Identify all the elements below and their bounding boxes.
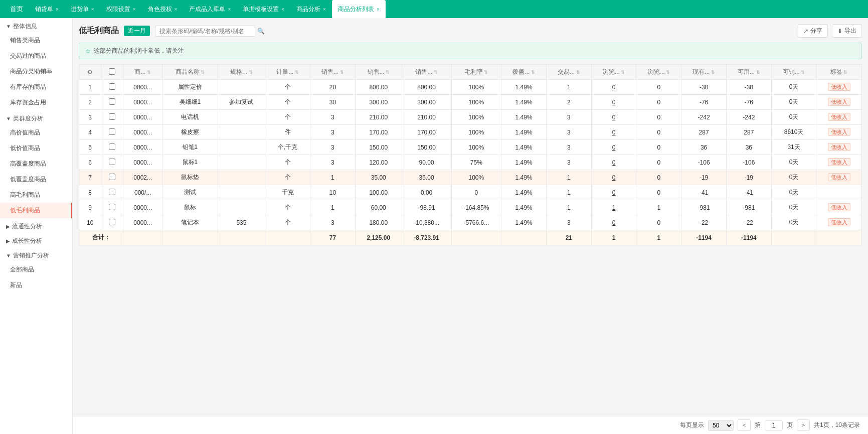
sidebar-item-stocked-products[interactable]: 有库存的商品 — [0, 79, 72, 95]
row-checkbox[interactable] — [109, 98, 115, 105]
page-number-input[interactable] — [765, 420, 783, 430]
th-sales-price[interactable]: 销售... — [355, 65, 402, 80]
th-checkbox[interactable] — [101, 65, 123, 80]
nav-product-stock[interactable]: 产成品入库单 × — [183, 0, 237, 18]
th-sales-profit[interactable]: 销售... — [402, 65, 451, 80]
per-page-label: 每页显示 — [680, 421, 704, 429]
cell-tag: 低收入 — [816, 140, 862, 155]
cell-browse1[interactable]: 0 — [591, 155, 636, 170]
th-transaction[interactable]: 交易... — [546, 65, 591, 80]
cell-checkbox[interactable] — [101, 80, 123, 95]
cell-checkbox[interactable] — [101, 155, 123, 170]
th-code[interactable]: 商... — [123, 65, 162, 80]
cell-browse1[interactable]: 0 — [591, 215, 636, 230]
sidebar-item-low-margin[interactable]: 低毛利商品 — [0, 203, 72, 218]
sidebar-item-sales-products[interactable]: 销售类商品 — [0, 33, 72, 48]
cell-sales-qty: 20 — [310, 80, 356, 95]
sidebar-item-high-coverage[interactable]: 高覆盖度商品 — [0, 156, 72, 172]
sidebar-item-all-products[interactable]: 全部商品 — [0, 262, 72, 277]
close-icon[interactable]: × — [91, 7, 94, 12]
close-icon[interactable]: × — [228, 7, 231, 12]
th-browse1[interactable]: 浏览... — [591, 65, 636, 80]
sidebar-group-overall[interactable]: ▼ 整体信息 — [0, 18, 72, 33]
row-checkbox[interactable] — [109, 113, 115, 120]
cell-checkbox[interactable] — [101, 215, 123, 230]
th-browse2[interactable]: 浏览... — [636, 65, 681, 80]
close-icon[interactable]: × — [56, 7, 59, 12]
nav-permission[interactable]: 权限设置 × — [100, 0, 142, 18]
close-icon[interactable]: × — [377, 7, 380, 12]
cell-browse1[interactable]: 0 — [591, 125, 636, 140]
th-available[interactable]: 可用... — [726, 65, 771, 80]
nav-product-analysis-list[interactable]: 商品分析列表 × — [332, 0, 386, 18]
cell-browse1[interactable]: 0 — [591, 140, 636, 155]
th-unit[interactable]: 计量... — [265, 65, 310, 80]
cell-checkbox[interactable] — [101, 95, 123, 110]
th-saleable[interactable]: 可销... — [771, 65, 816, 80]
search-input[interactable] — [155, 26, 255, 37]
row-checkbox[interactable] — [109, 143, 115, 150]
th-settings[interactable]: ⚙ — [79, 65, 101, 80]
next-page-button[interactable]: ＞ — [797, 419, 810, 431]
cell-browse1[interactable]: 0 — [591, 80, 636, 95]
cell-browse1[interactable]: 0 — [591, 110, 636, 125]
row-checkbox[interactable] — [109, 189, 115, 195]
nav-home[interactable]: 首页 — [4, 0, 29, 18]
sidebar-item-low-value[interactable]: 低价值商品 — [0, 140, 72, 156]
cell-checkbox[interactable] — [101, 200, 123, 215]
date-tag[interactable]: 近一月 — [124, 26, 150, 36]
cell-checkbox[interactable] — [101, 170, 123, 185]
prev-page-button[interactable]: ＜ — [738, 419, 751, 431]
th-sales-qty[interactable]: 销售... — [310, 65, 356, 80]
sidebar-group-marketing[interactable]: ▼ 营销推广分析 — [0, 247, 72, 262]
close-icon[interactable]: × — [323, 7, 326, 12]
cell-browse1[interactable]: 0 — [591, 185, 636, 200]
sidebar-item-high-value[interactable]: 高价值商品 — [0, 125, 72, 140]
sidebar-item-new-products[interactable]: 新品 — [0, 277, 72, 293]
share-button[interactable]: ↗ 分享 — [798, 24, 828, 38]
cell-current: -981 — [681, 200, 727, 215]
th-tag[interactable]: 标签 — [816, 65, 862, 80]
sidebar-group-circulation[interactable]: ▶ 流通性分析 — [0, 218, 72, 233]
export-button[interactable]: ⬇ 导出 — [832, 24, 862, 38]
close-icon[interactable]: × — [175, 7, 178, 12]
close-icon[interactable]: × — [133, 7, 136, 12]
row-checkbox[interactable] — [109, 174, 115, 180]
sidebar-item-stock-capital[interactable]: 库存资金占用 — [0, 95, 72, 110]
cell-browse1[interactable]: 0 — [591, 170, 636, 185]
row-checkbox[interactable] — [109, 83, 115, 90]
search-icon[interactable]: 🔍 — [257, 28, 265, 35]
nav-sales-order[interactable]: 销货单 × — [29, 0, 65, 18]
cell-checkbox[interactable] — [101, 125, 123, 140]
row-checkbox[interactable] — [109, 219, 115, 225]
cell-transaction: 3 — [546, 215, 591, 230]
th-current[interactable]: 现有... — [681, 65, 727, 80]
per-page-select[interactable]: 50 100 200 — [708, 420, 734, 431]
close-icon[interactable]: × — [281, 7, 284, 12]
cell-checkbox[interactable] — [101, 110, 123, 125]
cell-browse1[interactable]: 0 — [591, 95, 636, 110]
nav-role-auth[interactable]: 角色授权 × — [142, 0, 184, 18]
nav-template-settings[interactable]: 单据模板设置 × — [237, 0, 290, 18]
sidebar-group-growth[interactable]: ▶ 成长性分析 — [0, 233, 72, 247]
sidebar-item-low-coverage[interactable]: 低覆盖度商品 — [0, 172, 72, 187]
cell-checkbox[interactable] — [101, 140, 123, 155]
select-all-checkbox[interactable] — [109, 68, 115, 75]
sidebar-item-traded-products[interactable]: 交易过的商品 — [0, 48, 72, 64]
sidebar-item-category-rate[interactable]: 商品分类助销率 — [0, 64, 72, 79]
nav-product-analysis[interactable]: 商品分析 × — [290, 0, 332, 18]
cell-checkbox[interactable] — [101, 185, 123, 200]
cell-browse1[interactable]: 1 — [591, 200, 636, 215]
sidebar-item-high-margin[interactable]: 高毛利商品 — [0, 187, 72, 203]
th-spec[interactable]: 规格... — [218, 65, 265, 80]
cell-saleable: 0天 — [771, 215, 816, 230]
cell-browse2: 0 — [636, 110, 681, 125]
row-checkbox[interactable] — [109, 159, 115, 165]
row-checkbox[interactable] — [109, 128, 115, 135]
th-coverage[interactable]: 覆盖... — [501, 65, 547, 80]
th-gross-margin[interactable]: 毛利率 — [451, 65, 501, 80]
row-checkbox[interactable] — [109, 204, 115, 210]
nav-purchase-order[interactable]: 进货单 × — [65, 0, 100, 18]
th-name[interactable]: 商品名称 — [162, 65, 218, 80]
sidebar-group-cluster[interactable]: ▼ 类群度分析 — [0, 110, 72, 125]
